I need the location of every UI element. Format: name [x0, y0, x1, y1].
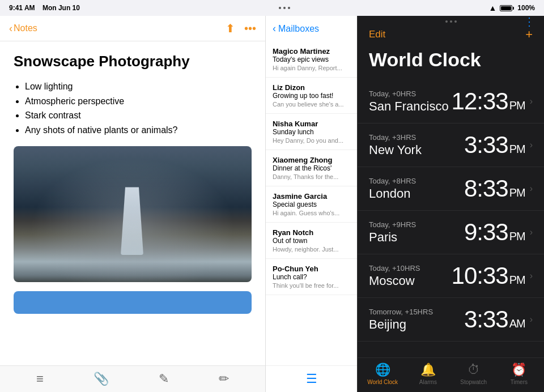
status-time: 9:41 AM [9, 4, 35, 12]
mail-sender-1: Liz Dizon [273, 83, 350, 92]
mail-preview-3: Danny, Thanks for the... [273, 173, 350, 180]
notes-image-inner [14, 146, 252, 282]
mail-back-label[interactable]: Mailboxes [278, 24, 319, 34]
clock-item-left-3: Today, +9HRS Paris [369, 220, 416, 245]
notes-header: ‹ Notes ⬆ ••• [0, 16, 265, 41]
alarms-icon: 🔔 [420, 363, 436, 377]
mail-preview-4: Hi again. Guess who's... [273, 210, 350, 216]
notes-back-chevron-icon: ‹ [9, 23, 12, 35]
mail-item-0[interactable]: Magico Martinez Today's epic views Hi ag… [266, 41, 357, 78]
waterfall [121, 187, 143, 255]
mail-subject-2: Sunday lunch [273, 128, 350, 136]
mail-subject-4: Special guests [273, 201, 350, 208]
notes-image [14, 146, 252, 282]
clock-city-5: Beijing [369, 317, 433, 332]
mail-sender-6: Po-Chun Yeh [273, 265, 350, 273]
mail-panel: ‹ Mailboxes Magico Martinez Today's epic… [265, 16, 357, 392]
clock-title: World Clock [369, 49, 481, 70]
mail-sender-5: Ryan Notch [273, 228, 350, 237]
mail-item-2[interactable]: Nisha Kumar Sunday lunch Hey Danny, Do y… [266, 114, 357, 150]
clock-city-0: San Francisco [369, 99, 449, 114]
notes-content: Snowscape Photography Low lighting Atmos… [0, 41, 265, 365]
clock-offset-3: Today, +9HRS [369, 220, 416, 229]
tab-stopwatch[interactable]: ⏱ Stopwatch [457, 363, 491, 385]
clock-time-3: 9:33PM [464, 219, 525, 246]
clock-dot-3 [454, 20, 457, 23]
clock-time-area-2: 8:33PM › [464, 175, 533, 202]
mail-item-6[interactable]: Po-Chun Yeh Lunch call? Think you'll be … [266, 259, 357, 295]
mail-header: ‹ Mailboxes [266, 16, 357, 41]
mail-sender-4: Jasmine Garcia [273, 192, 350, 201]
bullet-2: Atmospheric perspective [25, 94, 252, 109]
mail-back-chevron-icon: ‹ [273, 23, 276, 35]
clock-chevron-5: › [530, 314, 533, 325]
clock-item-left-0: Today, +0HRS San Francisco [369, 90, 449, 114]
clock-top-right-icon[interactable]: ⋮ [524, 16, 535, 28]
mail-item-3[interactable]: Xiaomeng Zhong Dinner at the Ricos' Dann… [266, 150, 357, 186]
notes-blue-bar [14, 291, 252, 314]
notes-back-label: Notes [14, 23, 37, 33]
mail-preview-0: Hi again Danny, Report... [273, 65, 350, 71]
clock-time-area-1: 3:33PM › [464, 131, 533, 159]
mail-preview-2: Hey Danny, Do you and... [273, 137, 350, 144]
tab-alarms-label: Alarms [419, 379, 437, 385]
notes-share-icon[interactable]: ⬆ [226, 22, 235, 35]
mail-sender-3: Xiaomeng Zhong [273, 156, 350, 164]
tab-world-clock[interactable]: 🌐 World Clock [366, 363, 400, 385]
clock-city-3: Paris [369, 230, 416, 245]
mail-subject-5: Out of town [273, 237, 350, 245]
clock-offset-5: Tomorrow, +15HRS [369, 308, 433, 316]
mail-preview-1: Can you believe she's a... [273, 101, 350, 108]
clock-item-left-2: Today, +8HRS London [369, 177, 416, 201]
clock-time-4: 10:33PM [452, 262, 525, 289]
clock-add-button[interactable]: + [525, 27, 533, 42]
clock-item-4[interactable]: Today, +10HRS Moscow 10:33PM › [358, 254, 544, 298]
status-dot-3 [288, 7, 290, 9]
status-dot-2 [283, 7, 286, 9]
mail-compose-icon[interactable]: ☰ [306, 372, 317, 386]
mail-item-4[interactable]: Jasmine Garcia Special guests Hi again. … [266, 186, 357, 223]
notes-attach-icon[interactable]: 📎 [94, 372, 109, 386]
notes-list-icon[interactable]: ≡ [36, 372, 44, 386]
clock-item-2[interactable]: Today, +8HRS London 8:33PM › [358, 167, 544, 211]
clock-chevron-1: › [530, 140, 533, 150]
clock-tab-bar: 🌐 World Clock 🔔 Alarms ⏱ Stopwatch ⏰ Tim… [358, 357, 544, 392]
notes-panel: ‹ Notes ⬆ ••• Snowscape Photography Low … [0, 16, 265, 392]
timers-icon: ⏰ [511, 363, 526, 377]
tab-timers[interactable]: ⏰ Timers [502, 363, 536, 385]
status-time-date: 9:41 AM Mon Jun 10 [9, 4, 80, 12]
status-date: Mon Jun 10 [42, 4, 80, 12]
clock-item-5[interactable]: Tomorrow, +15HRS Beijing 3:33AM › [358, 298, 544, 342]
status-bar: 9:41 AM Mon Jun 10 ▲ 100% [0, 0, 544, 16]
mail-sender-2: Nisha Kumar [273, 120, 350, 128]
stopwatch-icon: ⏱ [468, 363, 480, 377]
notes-doc-title: Snowscape Photography [14, 53, 252, 70]
bullet-4: Any shots of native plants or animals? [25, 123, 252, 138]
clock-top-bar: ⋮ [358, 16, 544, 25]
clock-item-1[interactable]: Today, +3HRS New York 3:33PM › [358, 123, 544, 167]
clock-item-3[interactable]: Today, +9HRS Paris 9:33PM › [358, 211, 544, 254]
notes-draw-icon[interactable]: ✎ [159, 372, 169, 386]
clock-city-1: New York [369, 143, 422, 157]
mail-item-1[interactable]: Liz Dizon Growing up too fast! Can you b… [266, 78, 357, 114]
clock-edit-button[interactable]: Edit [369, 29, 385, 40]
tab-timers-label: Timers [511, 379, 528, 385]
clock-item-left-5: Tomorrow, +15HRS Beijing [369, 308, 433, 332]
clock-chevron-4: › [530, 271, 533, 281]
mail-toolbar: ☰ [266, 365, 357, 392]
clock-item-left-1: Today, +3HRS New York [369, 133, 422, 157]
mail-preview-5: Howdy, neighbor. Just... [273, 246, 350, 253]
world-clock-icon: 🌐 [375, 363, 390, 377]
notes-more-icon[interactable]: ••• [244, 22, 256, 35]
clock-item-left-4: Today, +10HRS Moscow [369, 264, 420, 288]
notes-back-button[interactable]: ‹ Notes [9, 23, 37, 35]
clock-offset-4: Today, +10HRS [369, 264, 420, 272]
bullet-1: Low lighting [25, 79, 252, 94]
clock-dot-2 [450, 20, 452, 23]
notes-header-icons: ⬆ ••• [226, 22, 256, 35]
tab-alarms[interactable]: 🔔 Alarms [411, 363, 445, 385]
mail-list: Magico Martinez Today's epic views Hi ag… [266, 41, 357, 365]
mail-item-5[interactable]: Ryan Notch Out of town Howdy, neighbor. … [266, 223, 357, 259]
notes-newnote-icon[interactable]: ✏ [219, 372, 229, 386]
clock-item-0[interactable]: Today, +0HRS San Francisco 12:33PM › [358, 80, 544, 123]
